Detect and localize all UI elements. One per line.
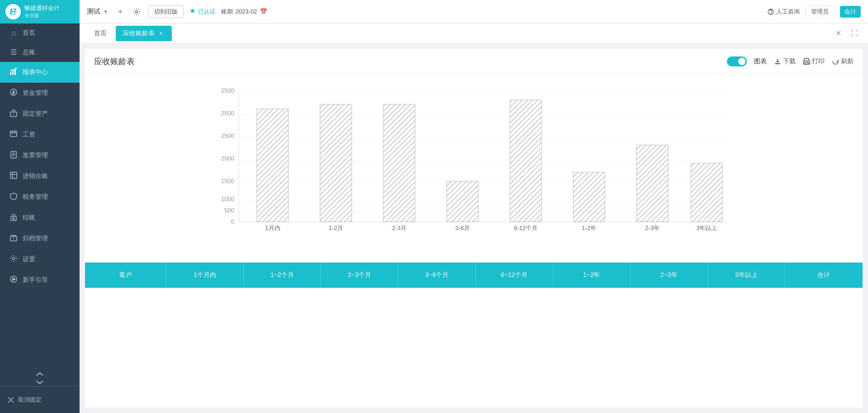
sidebar-item-tax[interactable]: 税务管理 [0,187,80,207]
tab-close-icon[interactable]: × [157,30,165,37]
sidebar-label-sales: 进销台账 [23,172,48,180]
bar-1 [257,109,288,222]
sidebar-scroll-down[interactable] [0,378,80,386]
th-6-12month: 6~12个月 [476,263,553,288]
sidebar-label-archive: 归档管理 [23,235,48,243]
svg-text:2000: 2000 [221,155,234,162]
th-2-3month: 2~3个月 [321,263,398,288]
logo-icon: 好 [5,4,21,19]
funds-icon [9,88,18,98]
th-1-2month: 1~2个月 [244,263,321,288]
sidebar-item-guide[interactable]: 新手引导 [0,270,80,291]
main-area: 测试 ▼ ＋ 切到旧版 已认证 账期 2023-02 📅 人工咨询 管理员 会计 [80,0,868,413]
svg-text:2500: 2500 [221,132,234,139]
table-header: 客户 1个月内 1~2个月 2~3个月 3~6个月 6~12个月 1~2年 2~… [85,263,863,288]
home-icon: ⌂ [9,29,18,37]
expand-window-button[interactable]: ⛶ [848,27,861,40]
archive-icon [9,234,18,244]
reports-icon [9,67,18,77]
svg-text:3年以上: 3年以上 [696,225,717,231]
svg-rect-1 [12,70,14,75]
period-label: 账期 [221,8,233,16]
support-label: 人工咨询 [776,8,800,16]
page-container: 应收账龄表 图表 下载 打印 刷新 [85,49,863,408]
svg-text:0: 0 [231,218,234,225]
bar-2 [320,104,352,222]
sidebar-label-settings: 设置 [23,255,35,263]
support-button[interactable]: 人工咨询 [767,8,800,16]
unpin-button[interactable]: 取消固定 [0,391,80,408]
download-button[interactable]: 下载 [774,57,796,66]
sidebar-item-reports[interactable]: 报表中心 [0,62,80,83]
gear-icon [9,254,18,264]
settings-button[interactable] [130,5,143,18]
bar-7 [637,145,668,222]
period-info: 账期 2023-02 📅 [221,8,267,16]
svg-rect-18 [10,236,17,241]
header-actions: ＋ [114,5,143,18]
svg-text:2-3月: 2-3月 [392,225,406,231]
svg-rect-30 [805,62,808,64]
tab-home-label: 首页 [94,29,107,38]
sidebar-item-sales[interactable]: 进销台账 [0,166,80,187]
svg-text:1月内: 1月内 [265,225,280,231]
sidebar-label-guide: 新手引导 [23,276,48,284]
sidebar-item-invoice[interactable]: 发票管理 [0,145,80,166]
sidebar-item-archive[interactable]: 归档管理 [0,228,80,249]
svg-text:2500: 2500 [221,87,234,94]
sidebar-label-invoice: 发票管理 [23,151,48,160]
sidebar-item-payroll[interactable]: 工资 [0,124,80,145]
th-1-2year: 1~2年 [553,263,631,288]
tabs-bar: 首页 应收账龄表 × ✕ ⛶ [80,23,868,43]
bar-chart: 2500 2500 2500 2000 1500 1000 500 0 [94,82,854,253]
sidebar-item-fixed-assets[interactable]: 固定资产 [0,103,80,124]
tab-home[interactable]: 首页 [87,26,114,41]
th-3-6month: 3~6个月 [398,263,476,288]
sidebar-nav: ⌂ 首页 ☰ 总账 报表中心 资金管理 固定资产 [0,23,80,370]
svg-text:1-2月: 1-2月 [329,225,343,231]
sidebar-label-fixed-assets: 固定资产 [23,110,48,118]
verified-label: 已认证 [198,8,216,16]
sidebar-label-home: 首页 [23,29,35,37]
svg-rect-0 [10,72,11,75]
sidebar-item-settings[interactable]: 设置 [0,249,80,270]
svg-marker-22 [13,278,15,281]
download-label: 下载 [783,57,796,66]
svg-text:2-3年: 2-3年 [645,225,660,231]
svg-rect-13 [10,172,17,178]
tab-ar-aging-label: 应收账龄表 [123,29,155,38]
manager-button[interactable]: 管理员 [805,5,835,18]
sidebar-label-close: 结账 [23,214,35,222]
print-button[interactable]: 打印 [803,57,825,66]
svg-text:1000: 1000 [221,196,234,202]
sidebar-label-ledger: 总账 [23,48,35,56]
close-window-button[interactable]: ✕ [832,27,844,40]
sidebar-item-home[interactable]: ⌂ 首页 [0,23,80,42]
company-selector[interactable]: 测试 ▼ [87,7,108,16]
invoice-icon [9,150,18,160]
sidebar-item-ledger[interactable]: ☰ 总账 [0,42,80,62]
payroll-icon [9,130,18,140]
chart-area: 2500 2500 2500 2000 1500 1000 500 0 [85,73,863,263]
calendar-icon[interactable]: 📅 [260,8,267,15]
switch-version-button[interactable]: 切到旧版 [148,5,184,18]
svg-rect-28 [775,63,780,64]
sidebar-label-funds: 资金管理 [23,89,48,97]
sidebar-item-funds[interactable]: 资金管理 [0,83,80,103]
tab-ar-aging[interactable]: 应收账龄表 × [116,26,172,41]
bar-6 [573,172,605,222]
tax-icon [9,192,18,202]
sidebar-item-close[interactable]: 结账 [0,207,80,228]
th-2-3year: 2~3年 [631,263,708,288]
svg-text:2500: 2500 [221,110,234,117]
sidebar-scroll-up[interactable] [0,370,80,378]
refresh-button[interactable]: 刷新 [832,57,854,66]
sidebar-label-tax: 税务管理 [23,193,48,201]
svg-text:1500: 1500 [221,178,234,184]
svg-text:500: 500 [224,207,234,214]
chart-toggle-label: 图表 [754,57,767,66]
th-customer: 客户 [85,263,166,288]
add-button[interactable]: ＋ [114,5,127,18]
chart-toggle[interactable] [727,56,747,66]
refresh-label: 刷新 [841,57,854,66]
